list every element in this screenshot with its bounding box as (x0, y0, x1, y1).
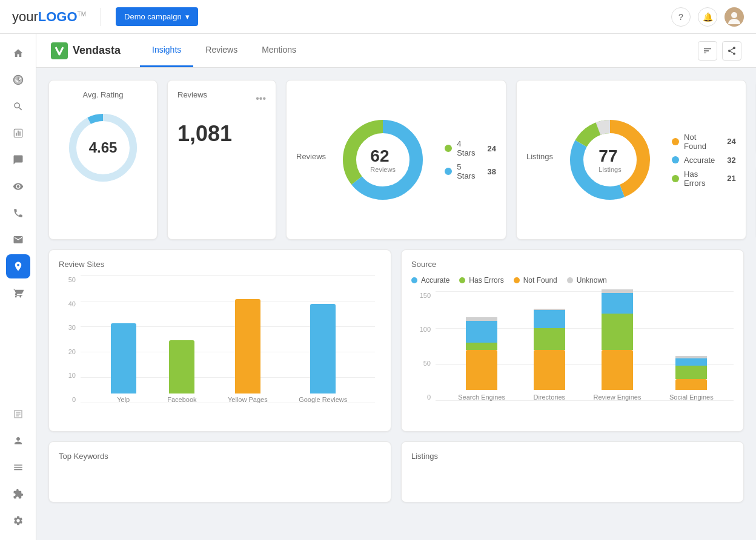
search-engines-label: Search Engines (458, 393, 505, 401)
sidebar-table[interactable] (6, 402, 30, 426)
legend-accurate-dot (672, 156, 679, 163)
source-legend-notfound: Not Found (514, 276, 557, 285)
source-accurate-label: Accurate (421, 276, 449, 285)
help-button[interactable]: ? (671, 7, 691, 27)
directories-label: Directories (533, 393, 565, 401)
avg-rating-donut: 4.65 (67, 111, 139, 184)
avg-rating-value: 4.65 (89, 139, 118, 156)
logo-text: yourLOGOTM (12, 9, 86, 25)
sidebar-list[interactable] (6, 455, 30, 479)
reviews-count-value: 1,081 (177, 121, 266, 147)
bar-yelp: Yelp (111, 323, 136, 403)
logo-area: yourLOGOTM Demo campaign ▾ (12, 7, 198, 26)
y-label-0: 0 (59, 396, 79, 403)
sidebar-reports[interactable] (6, 68, 30, 92)
sidebar-chat[interactable] (6, 148, 30, 172)
legend-notfound-value: 24 (720, 137, 735, 146)
legend-haserrors: Has Errors 21 (672, 170, 736, 188)
reviews-count-header: Reviews ••• (177, 90, 266, 107)
bar-facebook-fill (169, 340, 194, 393)
sidebar-search[interactable] (6, 94, 30, 119)
demo-campaign-button[interactable]: Demo campaign ▾ (116, 7, 198, 26)
source-y-50: 50 (411, 360, 434, 367)
social-notfound (675, 379, 707, 390)
svg-point-1 (731, 12, 737, 18)
source-card: Source Accurate Has Errors Not Found (401, 249, 744, 432)
review-notfound (602, 350, 633, 390)
stacked-social-bar (675, 356, 707, 390)
page-tabs: Insights Reviews Mentions (140, 34, 308, 67)
tab-reviews[interactable]: Reviews (193, 34, 250, 67)
reviews-donut-center: 62 Reviews (370, 147, 396, 173)
listings-bottom-card: Listings (401, 441, 744, 502)
reviews-donut-svg-container: 62 Reviews (340, 117, 425, 202)
row-3: Top Keywords Listings (48, 441, 744, 502)
source-legend-unknown: Unknown (567, 276, 607, 285)
source-notfound-label: Not Found (523, 276, 557, 285)
notifications-button[interactable]: 🔔 (698, 7, 717, 27)
source-unknown-dot (567, 277, 573, 283)
y-label-50: 50 (59, 276, 79, 283)
tab-mentions[interactable]: Mentions (250, 34, 308, 67)
legend-4stars: 4 Stars 24 (445, 139, 496, 157)
dashboard: Avg. Rating 4.65 Reviews ••• 1,081 (36, 68, 756, 515)
avg-rating-title: Avg. Rating (83, 90, 124, 99)
sidebar-settings[interactable] (6, 509, 30, 515)
bar-yelp-fill (111, 323, 136, 393)
stacked-directories-bar (534, 309, 565, 390)
sidebar-home[interactable] (6, 41, 30, 65)
listings-donut-svg-container: 77 Listings (568, 117, 652, 202)
legend-accurate: Accurate 32 (672, 156, 736, 165)
top-keywords-card: Top Keywords (48, 441, 391, 502)
review-haserrors (602, 314, 633, 350)
legend-haserrors-label: Has Errors (684, 170, 715, 188)
dir-haserrors (534, 328, 565, 350)
bar-yellowpages: Yellow Pages (228, 299, 268, 403)
sidebar-phone[interactable] (6, 201, 30, 225)
sidebar-mail[interactable] (6, 228, 30, 252)
more-icon[interactable]: ••• (256, 93, 266, 104)
top-nav: yourLOGOTM Demo campaign ▾ ? 🔔 (0, 0, 756, 34)
listings-donut-area: 77 Listings Not Found 24 Accurate (568, 113, 736, 207)
sidebar-location[interactable] (6, 254, 30, 278)
reviews-count-card: Reviews ••• 1,081 (167, 80, 276, 240)
legend-accurate-value: 32 (720, 156, 735, 165)
legend-4stars-label: 4 Stars (457, 139, 475, 157)
sidebar-analytics[interactable] (6, 121, 30, 145)
source-accurate-dot (411, 277, 417, 283)
legend-5stars-value: 38 (480, 167, 496, 176)
review-sites-card: Review Sites 0 10 20 (48, 249, 391, 432)
dir-notfound (534, 350, 565, 390)
search-notfound (466, 350, 497, 390)
y-label-10: 10 (59, 372, 79, 379)
avatar[interactable] (724, 7, 744, 27)
page-header-actions (698, 41, 741, 61)
reviews-donut-title: Reviews (296, 152, 326, 161)
source-y-100: 100 (411, 326, 434, 333)
tab-insights[interactable]: Insights (140, 34, 193, 67)
legend-haserrors-value: 21 (720, 174, 735, 183)
sidebar-cart[interactable] (6, 281, 30, 305)
legend-4stars-value: 24 (480, 144, 496, 153)
legend-5stars: 5 Stars 38 (445, 162, 496, 180)
columns-button[interactable] (698, 41, 717, 61)
listings-bottom-title: Listings (411, 452, 734, 461)
stacked-social-engines: Social Engines (669, 356, 714, 401)
social-accurate (675, 358, 707, 366)
share-button[interactable] (722, 41, 741, 61)
top-keywords-title: Top Keywords (59, 452, 381, 461)
review-sites-chart: 0 10 20 30 40 50 Yelp (59, 276, 381, 421)
sidebar-plugin[interactable] (6, 482, 30, 506)
stacked-search-bar (466, 317, 497, 390)
sidebar-user[interactable] (6, 429, 30, 453)
bar-google-fill (310, 304, 336, 393)
source-y-axis: 0 50 100 150 (411, 292, 434, 401)
review-sites-bars: Yelp Facebook Yellow Pages Google R (83, 276, 375, 403)
bar-yellowpages-label: Yellow Pages (228, 396, 268, 403)
brand-name: Vendasta (73, 44, 121, 57)
legend-notfound: Not Found 24 (672, 133, 736, 151)
review-accurate (602, 293, 633, 314)
left-sidebar (0, 34, 36, 515)
sidebar-mentions[interactable] (6, 174, 30, 199)
source-bars-area: Search Engines Directories (438, 292, 734, 401)
